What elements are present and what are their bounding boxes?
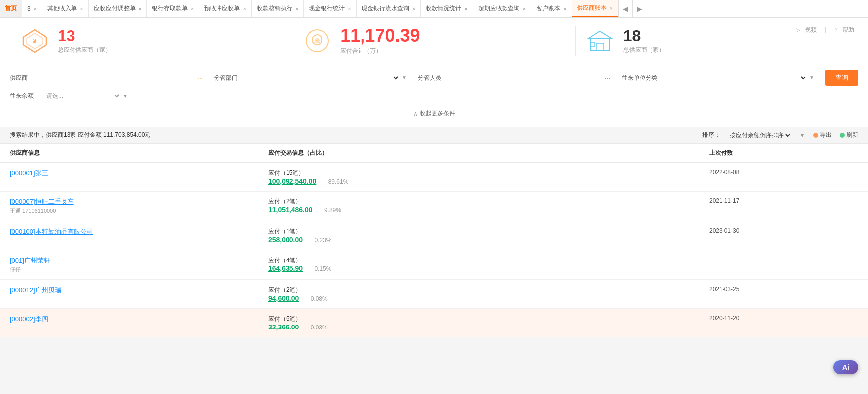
nav-tab-collection-verify[interactable]: 收款核销执行 × (252, 0, 304, 17)
close-icon[interactable]: × (563, 6, 566, 12)
query-button[interactable]: 查询 (825, 70, 858, 86)
supplier-info-3: [000100]本特勤油品有限公司 (10, 227, 268, 236)
supplier-info-6: [000002]李四 (10, 315, 268, 324)
supplier-link-4[interactable]: [001]广州荣轩 (10, 256, 268, 265)
close-icon[interactable]: × (191, 6, 194, 12)
close-icon[interactable]: × (243, 6, 246, 12)
nav-tab-overdue-query[interactable]: 超期应收款查询 × (473, 0, 531, 17)
stat-number-payable: 13 (58, 28, 111, 44)
nav-tab-adjust[interactable]: 应收应付调整单 × (89, 0, 147, 17)
category-select[interactable] (664, 74, 808, 82)
supplier-info-5: [000012]广州贝瑞 (10, 286, 268, 295)
supplier-input-wrapper[interactable]: ··· (41, 72, 206, 84)
refresh-button[interactable]: 刷新 (840, 131, 858, 139)
nav-arrow-left[interactable]: ◀ (618, 0, 632, 17)
table-row: [000002]李四 应付（5笔） 32,366.00 0.03% 2020-1… (0, 309, 868, 337)
filter-category-label: 往来单位分类 (622, 74, 657, 82)
transaction-amount-4[interactable]: 164,635.90 (268, 264, 303, 272)
transaction-amount-2[interactable]: 11,051,486.00 (268, 206, 313, 214)
filter-department: 分管部门 ▼ (214, 72, 410, 84)
supplier-link-1[interactable]: [000001]张三 (10, 169, 268, 178)
stat-info-payable: 13 总应付供应商（家） (58, 28, 111, 54)
close-icon[interactable]: × (523, 6, 526, 12)
person-dots-icon[interactable]: ··· (605, 74, 611, 82)
filter-supplier: 供应商 ··· (10, 72, 206, 84)
table-row: [000012]广州贝瑞 应付（2笔） 94,600.00 0.08% 2021… (0, 280, 868, 309)
supplier-link-6[interactable]: [000002]李四 (10, 315, 268, 324)
department-select-wrapper[interactable]: ▼ (245, 72, 410, 84)
close-icon[interactable]: × (295, 6, 298, 12)
nav-tab-cash-query[interactable]: 现金银行流水查询 × (357, 0, 421, 17)
result-actions: 排序： 按应付余额倒序排序 按应付余额正序排序 按名称排序 ▼ 导出 刷新 (702, 131, 858, 139)
table-row: [001]广州荣轩 仔仔 应付（4笔） 164,635.90 0.15% (0, 250, 868, 280)
nav-tab-3[interactable]: 3 × (22, 0, 42, 17)
nav-tab-customer-ledger[interactable]: 客户账本 × (531, 0, 572, 17)
close-icon[interactable]: × (139, 6, 142, 12)
header-last-payment: 上次付数 (709, 149, 858, 157)
sort-select[interactable]: 按应付余额倒序排序 按应付余额正序排序 按名称排序 (728, 131, 792, 139)
close-icon[interactable]: × (348, 6, 351, 12)
supplier-link-3[interactable]: [000100]本特勤油品有限公司 (10, 227, 268, 236)
nav-tab-collection-stat[interactable]: 收款情况统计 × (421, 0, 473, 17)
close-icon[interactable]: × (464, 6, 467, 12)
transaction-info-2: 应付（2笔） 11,051,486.00 9.89% (268, 197, 709, 214)
stat-info-total: 11,170.39 应付合计（万） (340, 27, 420, 55)
close-icon[interactable]: × (34, 6, 37, 12)
filter-area: 供应商 ··· 分管部门 ▼ 分管人员 ··· (0, 64, 868, 127)
supplier-info-1: [000001]张三 (10, 169, 268, 178)
table-row: [000007]恒旺二手叉车 王通 17106110000 应付（2笔） 11,… (0, 192, 868, 221)
stat-icon-total: 米 (302, 26, 332, 56)
transaction-amount-5[interactable]: 94,600.00 (268, 294, 299, 302)
svg-rect-9 (590, 42, 595, 46)
export-icon (813, 133, 818, 138)
stat-label-all: 总供应商（家） (623, 46, 665, 54)
balance-select-wrapper[interactable]: 请选... ▼ (41, 90, 131, 102)
nav-arrow-right[interactable]: ▶ (632, 0, 646, 17)
nav-tab-bank-deposit[interactable]: 银行存取款单 × (147, 0, 199, 17)
nav-tab-home[interactable]: 首页 (0, 0, 22, 17)
supplier-dots-icon[interactable]: ··· (197, 74, 203, 82)
last-payment-3: 2023-01-30 (709, 227, 858, 234)
svg-rect-8 (596, 43, 604, 51)
nav-tab-pre-receive[interactable]: 预收冲应收单 × (199, 0, 251, 17)
transaction-amount-6[interactable]: 32,366.00 (268, 323, 299, 331)
person-input-wrapper[interactable]: ··· (449, 72, 614, 84)
filter-balance-label: 往来余额 (10, 92, 37, 100)
close-icon[interactable]: × (412, 6, 415, 12)
export-button[interactable]: 导出 (813, 131, 832, 139)
filter-supplier-label: 供应商 (10, 74, 37, 82)
nav-tab-supplier-ledger[interactable]: 供应商账本 × (572, 0, 618, 17)
top-navigation: 首页 3 × 其他收入单 × 应收应付调整单 × 银行存取款单 × 预收冲应收单… (0, 0, 868, 18)
last-payment-1: 2022-08-08 (709, 169, 858, 176)
collapse-button[interactable]: ∧ 收起更多条件 (10, 106, 858, 121)
help-link[interactable]: ? 帮助 (833, 26, 856, 34)
supplier-input[interactable] (44, 74, 197, 81)
table-row: [000100]本特勤油品有限公司 应付（1笔） 258,000.00 0.23… (0, 221, 868, 250)
category-select-wrapper[interactable]: ▼ (661, 72, 818, 84)
video-link[interactable]: ▷ 视频 (794, 26, 818, 34)
stat-number-all: 18 (623, 28, 665, 44)
department-select[interactable] (248, 74, 400, 82)
filter-person-label: 分管人员 (418, 74, 445, 82)
transaction-info-1: 应付（15笔） 100,092,540.00 89.61% (268, 169, 709, 185)
transaction-amount-3[interactable]: 258,000.00 (268, 236, 303, 244)
stat-icon-payable: ¥ (20, 26, 50, 56)
stats-bar: ¥ 13 总应付供应商（家） 米 11,170.39 应付合计（万） (0, 18, 868, 64)
nav-tab-other-income[interactable]: 其他收入单 × (42, 0, 88, 17)
last-payment-6: 2020-11-20 (709, 315, 858, 322)
up-arrow-icon: ∧ (413, 110, 418, 117)
svg-text:¥: ¥ (33, 37, 37, 45)
nav-tab-cash-stat[interactable]: 现金银行统计 × (304, 0, 356, 17)
transaction-amount-1[interactable]: 100,092,540.00 (268, 177, 316, 185)
sort-label: 排序： (702, 131, 720, 139)
stat-info-all: 18 总供应商（家） (623, 28, 665, 54)
balance-select[interactable]: 请选... (44, 92, 121, 100)
filter-balance: 往来余额 请选... ▼ (10, 90, 159, 102)
person-input[interactable] (452, 74, 605, 81)
stat-block-total-payable: 米 11,170.39 应付合计（万） (292, 26, 575, 56)
supplier-link-2[interactable]: [000007]恒旺二手叉车 (10, 197, 268, 206)
filter-dept-label: 分管部门 (214, 74, 241, 82)
close-icon[interactable]: × (80, 6, 83, 12)
supplier-link-5[interactable]: [000012]广州贝瑞 (10, 286, 268, 295)
close-icon[interactable]: × (610, 5, 613, 11)
